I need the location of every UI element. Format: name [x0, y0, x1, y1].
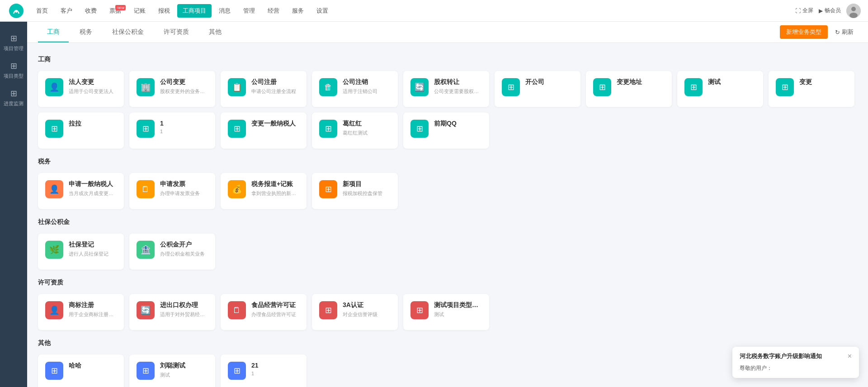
sidebar-item-project-mgmt[interactable]: ⊞项目管理 — [0, 29, 27, 56]
nav-item-services[interactable]: 服务 — [287, 4, 309, 18]
card-info-equity-transfer: 股权转让公司变更需要股权转让 — [434, 78, 482, 95]
nav-item-operations[interactable]: 经营 — [262, 4, 285, 18]
tab-social-security[interactable]: 社保公积金 — [103, 22, 153, 42]
cards-grid-industry-section: 👤法人变更适用于公司变更法人🏢公司变更股权变更外的业务变更📋公司注册申请公司注册… — [38, 71, 857, 149]
section-title-other-section: 其他 — [38, 339, 857, 347]
card-test-type-def[interactable]: ⊞测试项目类型定义测试 — [403, 294, 489, 330]
card-desc-liu-test: 测试 — [160, 372, 208, 378]
nav-item-tickets[interactable]: 票据new — [104, 4, 127, 18]
sidebar-item-progress-monitor[interactable]: ⊞进度监测 — [0, 84, 27, 112]
section-title-social-section: 社保公积金 — [38, 218, 857, 226]
tab-tax-tab[interactable]: 税务 — [71, 22, 101, 42]
card-desc-gehonghong: 葛红红测试 — [343, 130, 391, 136]
card-change-address[interactable]: ⊞变更地址 — [586, 71, 672, 107]
card-icon-open-company: ⊞ — [502, 78, 520, 96]
fullscreen-btn[interactable]: ⛶ 全屏 — [795, 7, 813, 14]
card-title-change-taxpayer: 变更一般纳税人 — [251, 120, 299, 128]
card-desc-3a-cert: 对企业信誉评级 — [343, 311, 391, 318]
card-title-company-change: 公司变更 — [160, 78, 208, 86]
card-info-pre-qq: 前期QQ — [434, 120, 482, 130]
card-haha[interactable]: ⊞哈哈 — [38, 354, 124, 387]
card-icon-haha: ⊞ — [45, 362, 63, 380]
main-content: 工商税务社保公积金许可资质其他 新增业务类型 ↻ 刷新 工商👤法人变更适用于公司… — [27, 22, 868, 387]
card-pre-qq[interactable]: ⊞前期QQ — [403, 112, 489, 149]
tab-other[interactable]: 其他 — [200, 22, 231, 42]
card-info-twenty-one: 211 — [251, 362, 299, 376]
card-twenty-one[interactable]: ⊞211 — [221, 354, 307, 387]
content-area: 工商👤法人变更适用于公司变更法人🏢公司变更股权变更外的业务变更📋公司注册申请公司… — [27, 43, 868, 387]
nav-item-home[interactable]: 首页 — [31, 4, 53, 18]
card-icon-legal-change: 👤 — [45, 78, 63, 96]
refresh-button[interactable]: ↻ 刷新 — [831, 25, 857, 39]
card-food-permit[interactable]: 🗒食品经营许可证办理食品经营许可证 — [221, 294, 307, 330]
card-title-change-address: 变更地址 — [617, 78, 665, 86]
card-icon-fund-open: 🏦 — [137, 241, 155, 259]
card-title-apply-taxpayer: 申请一般纳税人 — [69, 180, 117, 188]
card-icon-change: ⊞ — [776, 78, 794, 96]
sidebar: ⊞项目管理⊞项目类型⊞进度监测 — [0, 22, 27, 387]
add-type-button[interactable]: 新增业务类型 — [780, 25, 828, 39]
card-test[interactable]: ⊞测试 — [677, 71, 763, 107]
tab-licenses[interactable]: 许可资质 — [155, 22, 198, 42]
nav-item-industry[interactable]: 工商项目 — [177, 4, 212, 18]
svg-point-4 — [849, 13, 858, 18]
card-liu-test[interactable]: ⊞刘聪测试测试 — [129, 354, 215, 387]
card-icon-trademark: 👤 — [45, 301, 63, 319]
card-open-company[interactable]: ⊞开公司 — [495, 71, 580, 107]
card-info-company-change: 公司变更股权变更外的业务变更 — [160, 78, 208, 95]
card-title-trademark: 商标注册 — [69, 301, 117, 309]
tab-industry-tab[interactable]: 工商 — [38, 22, 69, 42]
card-legal-change[interactable]: 👤法人变更适用于公司变更法人 — [38, 71, 124, 107]
card-company-reg[interactable]: 📋公司注册申请公司注册全流程 — [221, 71, 307, 107]
avatar[interactable] — [846, 4, 861, 18]
card-title-pre-qq: 前期QQ — [434, 120, 482, 128]
notification-popup: 河北税务数字账户升级影响通知 × 尊敬的用户： — [732, 347, 859, 378]
notification-title: 河北税务数字账户升级影响通知 — [740, 352, 822, 360]
card-title-food-permit: 食品经营许可证 — [251, 301, 299, 309]
card-desc-social-reg: 进行人员社保登记 — [69, 251, 117, 257]
notification-close-button[interactable]: × — [848, 352, 852, 360]
card-import-export[interactable]: 🔄进出口权办理适用于对外贸易经营者 — [129, 294, 215, 330]
card-change-taxpayer[interactable]: ⊞变更一般纳税人 — [221, 112, 307, 149]
nav-item-tax[interactable]: 报税 — [153, 4, 175, 18]
card-one[interactable]: ⊞11 — [129, 112, 215, 149]
card-tax-report[interactable]: 💰税务报道+记账拿到营业执照的新公司 — [221, 173, 307, 209]
card-title-change: 变更 — [799, 78, 847, 86]
sidebar-item-project-type[interactable]: ⊞项目类型 — [0, 56, 27, 84]
nav-item-billing[interactable]: 收费 — [80, 4, 102, 18]
nav-item-management[interactable]: 管理 — [238, 4, 260, 18]
card-apply-taxpayer[interactable]: 👤申请一般纳税人当月或次月成变更完成 — [38, 173, 124, 209]
card-info-company-cancel: 公司注销适用于注销公司 — [343, 78, 391, 95]
card-title-open-company: 开公司 — [525, 78, 573, 86]
nav-item-messages[interactable]: 消息 — [213, 4, 236, 18]
card-lala[interactable]: ⊞拉拉 — [38, 112, 124, 149]
card-info-social-reg: 社保登记进行人员社保登记 — [69, 241, 117, 257]
card-new-project[interactable]: ⊞新项目报税加税控盘保管 — [312, 173, 398, 209]
card-3a-cert[interactable]: ⊞3A认证对企业信誉评级 — [312, 294, 398, 330]
card-desc-equity-transfer: 公司变更需要股权转让 — [434, 88, 482, 95]
card-title-tax-report: 税务报道+记账 — [251, 180, 299, 188]
card-trademark[interactable]: 👤商标注册用于企业商标注册服务 — [38, 294, 124, 330]
card-info-legal-change: 法人变更适用于公司变更法人 — [69, 78, 117, 95]
notification-header: 河北税务数字账户升级影响通知 × — [740, 352, 852, 360]
svg-point-1 — [15, 11, 17, 13]
nav-item-clients[interactable]: 客户 — [55, 4, 78, 18]
app-logo — [7, 2, 25, 20]
card-apply-invoice[interactable]: 🗒申请发票办理申请发票业务 — [129, 173, 215, 209]
sidebar-icon-project-mgmt: ⊞ — [10, 33, 17, 43]
card-social-reg[interactable]: 🌿社保登记进行人员社保登记 — [38, 233, 124, 270]
card-company-cancel[interactable]: 🗑公司注销适用于注销公司 — [312, 71, 398, 107]
nav-item-settings[interactable]: 设置 — [311, 4, 334, 18]
card-title-social-reg: 社保登记 — [69, 241, 117, 249]
card-title-one: 1 — [160, 120, 208, 127]
card-gehonghong[interactable]: ⊞葛红红葛红红测试 — [312, 112, 398, 149]
card-icon-test: ⊞ — [684, 78, 703, 96]
card-fund-open[interactable]: 🏦公积金开户办理公积金相关业务 — [129, 233, 215, 270]
card-change[interactable]: ⊞变更 — [769, 71, 854, 107]
card-equity-transfer[interactable]: 🔄股权转让公司变更需要股权转让 — [403, 71, 489, 107]
card-company-change[interactable]: 🏢公司变更股权变更外的业务变更 — [129, 71, 215, 107]
nav-item-accounting[interactable]: 记账 — [128, 4, 151, 18]
member-btn[interactable]: ▶ 畅会员 — [819, 7, 841, 14]
svg-point-3 — [851, 7, 856, 11]
sidebar-label-progress-monitor: 进度监测 — [4, 100, 24, 107]
